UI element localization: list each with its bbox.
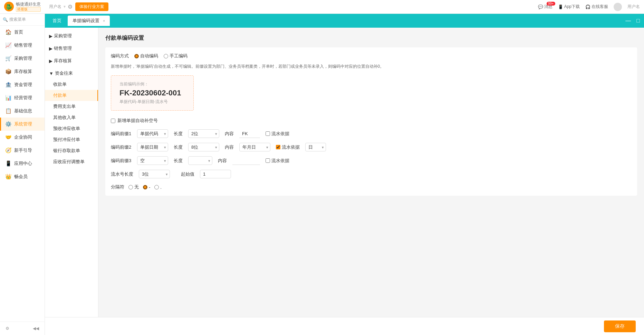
basic-icon: 📋: [5, 108, 11, 114]
user-display-name: 用户名: [627, 4, 640, 10]
inventory-icon: 📦: [5, 68, 11, 75]
main-layout: 🔍 搜索菜单 🏠 首页 📈 销售管理 🛒 采购管理 📦 库存核算 🏦: [0, 14, 644, 335]
prefix1-length-select[interactable]: 2位 3位 4位: [188, 129, 219, 138]
tab-encoding[interactable]: 单据编码设置 ×: [68, 16, 110, 26]
separator-label: 分隔符: [111, 184, 124, 190]
sidebar: 🔍 搜索菜单 🏠 首页 📈 销售管理 🛒 采购管理 📦 库存核算 🏦: [0, 14, 45, 335]
top-bar: 🐉 畅捷通好生意 搭最版 用户名 ▾ ⚙ 体验行业方案 💬 消息 99+ 📱 A…: [0, 0, 644, 14]
prefix1-select[interactable]: 单据代码 单据日期 空: [137, 129, 168, 138]
home-icon: 🏠: [5, 29, 11, 35]
sub-item-prepay-recv[interactable]: 预收冲应收单: [45, 123, 98, 134]
prefix1-watermark-checkbox[interactable]: [266, 131, 270, 136]
prefix3-label: 编码前缀3: [111, 158, 132, 164]
settings-bottom-btn[interactable]: ⚙: [3, 325, 12, 332]
encoding-method-row: 编码方式 自动编码 手工编码: [111, 53, 632, 59]
prefix1-content-input: [239, 130, 260, 138]
tab-home[interactable]: 首页: [48, 16, 66, 26]
prefix2-content-label: 内容: [225, 144, 234, 150]
sidebar-item-purchase[interactable]: 🛒 采购管理: [0, 52, 45, 65]
prefix2-select[interactable]: 单据代码 单据日期 空: [137, 143, 168, 151]
sales-icon: 📈: [5, 42, 11, 48]
prefix2-length-wrapper: 2位 4位 6位 8位: [188, 143, 219, 151]
sub-item-expense[interactable]: 费用支出单: [45, 101, 98, 112]
start-value-input[interactable]: [200, 170, 231, 178]
prefix3-watermark-checkbox[interactable]: [266, 158, 270, 163]
prefix2-day-wrapper: 日 月 年: [305, 143, 326, 151]
encoding-method-label: 编码方式: [111, 53, 129, 59]
prefix1-content-label: 内容: [225, 131, 234, 137]
service-icon: 🎧: [585, 4, 590, 9]
auto-code-option[interactable]: 自动编码: [134, 53, 158, 59]
auto-fill-checkbox[interactable]: [111, 119, 115, 123]
prefix2-day-select[interactable]: 日 月 年: [305, 143, 326, 151]
sep-none-option[interactable]: 无: [128, 184, 139, 190]
sidebar-item-operation[interactable]: 📊 经营管理: [0, 91, 45, 104]
tab-bar-left: 首页 单据编码设置 ×: [48, 16, 110, 26]
sub-group-title-inventory[interactable]: ▶ 库存核算: [45, 55, 98, 66]
start-value-label: 起始值: [181, 171, 194, 177]
tab-minimize-btn[interactable]: —: [624, 16, 632, 25]
code-preview-value: FK-20230602-001: [119, 89, 185, 97]
tab-close-icon[interactable]: ×: [103, 19, 105, 23]
prefix2-content-select[interactable]: 年 年月 年月日: [239, 143, 270, 151]
sidebar-item-guide[interactable]: 🧭 新手引导: [0, 144, 45, 157]
sub-group-purchase: ▶ 采购管理: [45, 30, 98, 41]
sidebar-item-system[interactable]: ⚙️ 系统管理: [0, 118, 45, 131]
code-preview-label: 当前编码示例：: [119, 81, 185, 87]
prefix3-length-select[interactable]: [188, 156, 212, 165]
save-button[interactable]: 保存: [604, 320, 636, 332]
manual-code-radio[interactable]: [164, 54, 168, 58]
logo-text: 畅捷通好生意 搭最版: [16, 2, 41, 11]
sidebar-item-inventory[interactable]: 📦 库存核算: [0, 65, 45, 78]
sub-group-title-capital[interactable]: ▼ 资金往来: [45, 68, 98, 79]
prefix2-day-row: 日 月 年: [305, 143, 326, 151]
app-download-btn[interactable]: 📱 App下载: [558, 4, 580, 10]
sep-dot-option[interactable]: .: [154, 185, 162, 190]
sub-item-receipt[interactable]: 收款单: [45, 79, 98, 90]
sidebar-nav: 🏠 首页 📈 销售管理 🛒 采购管理 📦 库存核算 🏦 资金管理 📊 经: [0, 26, 45, 322]
search-menu-btn[interactable]: 🔍 搜索菜单: [0, 14, 45, 26]
collapse-btn[interactable]: ◀◀: [30, 325, 42, 332]
purchase-arrow-icon: ▶: [49, 34, 52, 39]
sub-item-payment[interactable]: 付款单: [45, 90, 98, 101]
main-content: 付款单编码设置 编码方式 自动编码 手工编码: [98, 28, 644, 317]
sub-group-title-sales[interactable]: ▶ 销售管理: [45, 43, 98, 54]
hint-text: 新增单据时，'单据编码'自动生成，不可编辑。前缀设置为部门、业务员等档案类，开单…: [111, 63, 632, 70]
sub-group-title-purchase[interactable]: ▶ 采购管理: [45, 30, 98, 41]
prefix2-watermark-checkbox[interactable]: [276, 145, 280, 149]
sep-dash-option[interactable]: -: [143, 185, 150, 190]
serial-length-select[interactable]: 2位 3位 4位 5位: [139, 170, 170, 178]
sidebar-item-enterprise[interactable]: 🤝 企业协同: [0, 131, 45, 144]
sub-item-bank[interactable]: 银行存取款单: [45, 145, 98, 156]
sidebar-item-member[interactable]: 👑 畅会员: [0, 170, 45, 183]
sub-item-income[interactable]: 其他收入单: [45, 112, 98, 123]
prefix3-select-wrapper: 空 单据代码 单据日期: [137, 156, 168, 165]
prefix3-select[interactable]: 空 单据代码 单据日期: [137, 156, 168, 165]
auto-code-radio[interactable]: [134, 54, 139, 58]
prefix1-select-wrapper: 单据代码 单据日期 空: [137, 129, 168, 138]
prefix2-length-select[interactable]: 2位 4位 6位 8位: [188, 143, 219, 151]
logo-icon: 🐉: [4, 2, 14, 11]
sidebar-item-capital[interactable]: 🏦 资金管理: [0, 78, 45, 91]
sidebar-item-home[interactable]: 🏠 首页: [0, 26, 45, 39]
sep-none-radio[interactable]: [128, 185, 133, 189]
sep-dash-radio[interactable]: [143, 185, 147, 189]
prefix3-length-label: 长度: [174, 158, 183, 164]
sep-dot-radio[interactable]: [154, 185, 159, 189]
purchase-icon: 🛒: [5, 55, 11, 62]
separator-options: 无 - .: [128, 184, 162, 190]
serial-length-wrapper: 2位 3位 4位 5位: [139, 170, 170, 178]
sidebar-item-apps[interactable]: 📱 应用中心: [0, 157, 45, 170]
sub-item-adjust[interactable]: 应收应付调整单: [45, 156, 98, 167]
tab-maximize-btn[interactable]: □: [635, 16, 641, 25]
sidebar-item-basic[interactable]: 📋 基础信息: [0, 104, 45, 118]
manual-code-option[interactable]: 手工编码: [164, 53, 188, 59]
settings-icon[interactable]: ⚙: [68, 3, 73, 10]
message-icon: 💬: [538, 4, 543, 9]
online-service-btn[interactable]: 🎧 在线客服: [585, 4, 608, 10]
trial-btn[interactable]: 体验行业方案: [75, 2, 108, 11]
sub-group-sales: ▶ 销售管理: [45, 43, 98, 54]
message-btn[interactable]: 💬 消息 99+: [538, 4, 552, 10]
sidebar-item-sales[interactable]: 📈 销售管理: [0, 39, 45, 52]
sub-item-prepay-pay[interactable]: 预付冲应付单: [45, 134, 98, 145]
